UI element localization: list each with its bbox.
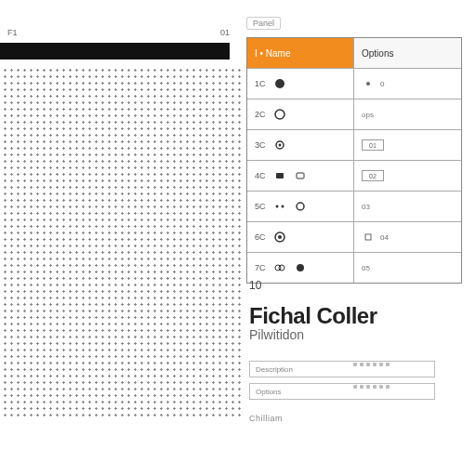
svg-point-14 — [279, 265, 284, 271]
circle-outline-icon — [294, 200, 307, 213]
row-val: 02 — [362, 170, 384, 181]
gear-icon — [273, 139, 286, 152]
page-subtitle: Pilwitidon — [249, 327, 377, 342]
table-row[interactable]: 3C 01 — [247, 130, 461, 161]
row-val: 03 — [362, 203, 370, 211]
description-input[interactable]: Description — [249, 361, 435, 377]
dots-icon — [273, 200, 286, 213]
row-code: 1C — [255, 79, 266, 88]
row-val: 0 — [380, 80, 384, 88]
options-table: I • Name Options 1C 0 2C ops 3C 01 4C — [246, 37, 462, 284]
circle-solid-icon — [273, 77, 286, 90]
header-options-label: Options — [362, 48, 393, 59]
table-row[interactable]: 4C 02 — [247, 161, 461, 192]
svg-point-1 — [366, 82, 370, 86]
svg-point-0 — [275, 79, 284, 88]
table-header-row: I • Name Options — [247, 38, 461, 69]
svg-point-7 — [275, 205, 278, 208]
svg-point-9 — [297, 203, 304, 210]
dot-grid-canvas[interactable] — [0, 65, 242, 418]
circles-icon — [273, 261, 286, 274]
row-code: 3C — [255, 140, 266, 150]
rect-icon — [273, 169, 286, 182]
table-row[interactable]: 2C ops — [247, 99, 461, 130]
circle-dot-icon — [273, 231, 286, 244]
left-header-num: 01 — [220, 28, 230, 37]
svg-rect-5 — [276, 173, 284, 178]
svg-rect-12 — [365, 234, 371, 240]
circle-solid-icon — [294, 261, 307, 274]
row-val: ops — [362, 111, 374, 119]
rect-icon — [294, 169, 307, 182]
black-header-bar — [0, 43, 230, 60]
row-code: 4C — [255, 171, 266, 180]
table-row[interactable]: 1C 0 — [247, 69, 461, 99]
dot-indicator — [353, 363, 390, 366]
svg-point-11 — [278, 235, 282, 239]
svg-point-8 — [281, 205, 284, 208]
header-options-cell[interactable]: Options — [354, 38, 461, 68]
row-code: 2C — [255, 110, 266, 119]
svg-rect-6 — [297, 173, 304, 178]
row-code: 7C — [255, 263, 266, 272]
table-row[interactable]: 7C 05 — [247, 253, 461, 283]
row-code: 6C — [255, 232, 266, 242]
circle-outline-icon — [273, 108, 286, 121]
table-row[interactable]: 5C 03 — [247, 192, 461, 222]
row-val: 01 — [362, 139, 384, 151]
page-title: Fichal Coller — [249, 303, 377, 329]
row-val: 04 — [380, 233, 389, 242]
left-header-code: F1 — [7, 28, 18, 37]
svg-point-2 — [275, 110, 284, 119]
svg-point-4 — [278, 144, 281, 147]
header-name-cell[interactable]: I • Name — [247, 38, 354, 68]
square-icon — [362, 231, 375, 244]
dot-icon — [362, 77, 375, 90]
row-code: 5C — [255, 202, 266, 211]
options-input[interactable]: Options — [249, 383, 435, 400]
dot-indicator — [353, 385, 390, 389]
top-badge: Panel — [246, 17, 281, 30]
svg-point-15 — [297, 264, 304, 271]
row-val: 05 — [362, 264, 370, 272]
footer-text: Chilliam — [249, 414, 283, 423]
header-name-label: I • Name — [255, 48, 291, 59]
table-row[interactable]: 6C 04 — [247, 222, 461, 253]
number-label: 10 — [249, 279, 261, 292]
